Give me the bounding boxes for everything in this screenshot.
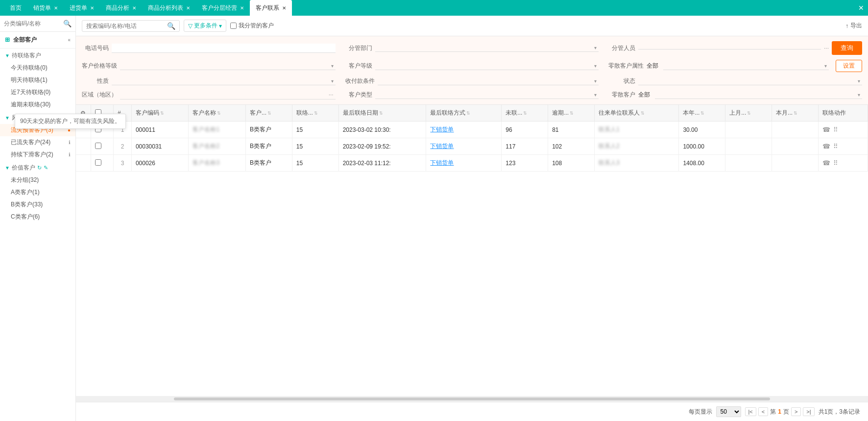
export-btn[interactable]: ↑ 导出 [845,22,862,30]
more-actions-icon[interactable]: ⠿ [833,159,838,167]
table-code-header[interactable]: 客户编码⇅ [131,105,189,122]
horizontal-scrollbar[interactable] [76,396,868,402]
search-icon[interactable]: 🔍 [167,22,175,30]
more-icon[interactable]: ··· [329,91,334,98]
close-icon[interactable]: ✕ [186,5,190,11]
sidebar-item-tomorrow-pending[interactable]: 明天待联络(1) [0,74,75,86]
info-icon[interactable]: ℹ [69,152,71,157]
sidebar-item-churned[interactable]: 已流失客户(24) ℹ [0,136,75,149]
close-icon[interactable]: ✕ [90,5,94,11]
table-overdue-header[interactable]: 逾期...⇅ [548,105,595,122]
row-last-contact-way[interactable]: 下销货单 [426,155,502,172]
next-page-btn[interactable]: > [791,407,801,416]
my-customers-checkbox[interactable] [230,23,237,29]
table-name-header[interactable]: 客户名称⇅ [189,105,246,122]
prev-page-btn[interactable]: < [758,407,768,416]
row-type: B类客户 [246,122,292,138]
receivable-attr-select[interactable]: ▾ [663,62,829,70]
row-settings[interactable] [76,155,91,172]
row-type: B类客户 [246,155,292,172]
table-last-contact-date-header[interactable]: 最后联络日期⇅ [338,105,426,122]
retail-select[interactable]: ▾ [655,91,862,99]
row-code: 000011 [131,122,189,138]
phone-input[interactable] [112,44,336,53]
gender-select[interactable]: ▾ [112,77,336,85]
per-page-select[interactable]: 50 20 100 [716,406,741,417]
sidebar-item-b-class[interactable]: B类客户(33) [0,198,75,211]
contact-icon[interactable]: ☎ [822,126,830,133]
price-level-select[interactable]: ▾ [120,62,336,70]
tab-customer-contact[interactable]: 客户联系 ✕ [250,0,292,16]
my-customers-checkbox-area: 我分管的客户 [230,22,274,30]
contact-icon[interactable]: ☎ [822,143,830,150]
tab-home[interactable]: 首页 [4,0,27,16]
chevron-down-icon: ▾ [858,92,860,98]
row-last-contact-way[interactable]: 下销货单 [426,122,502,138]
table-this-year-header[interactable]: 本年...⇅ [679,105,725,122]
tab-product-analysis-list[interactable]: 商品分析列表 ✕ [142,0,196,16]
table-this-month-header[interactable]: 本月...⇅ [772,105,819,122]
table-last-contact-way-header[interactable]: 最后联络方式⇅ [426,105,502,122]
table-last-month-header[interactable]: 上月...⇅ [725,105,772,122]
table-uncontacted-header[interactable]: 未联...⇅ [502,105,548,122]
search-button[interactable]: 查询 [832,41,862,55]
close-icon[interactable]: ✕ [282,5,286,11]
last-page-btn[interactable]: >| [803,407,814,416]
row-action: ☎ ⠿ [818,122,868,138]
sidebar-item-a-class[interactable]: A类客户(1) [0,186,75,198]
row-checkbox[interactable] [91,138,114,155]
staff-select[interactable] [638,47,821,50]
sidebar-pending-section[interactable]: ▼ 待联络客户 [0,49,75,62]
main-layout: 🔍 ⊞ 全部客户 « ▼ 待联络客户 今天待联络(0) 明天待联络(1) 近7天… [0,16,868,421]
filter-search-input[interactable] [86,23,167,29]
customer-type-select[interactable]: ▾ [375,91,599,99]
table-type-header[interactable]: 客户...⇅ [246,105,292,122]
region-select[interactable]: ··· [120,90,336,99]
tab-sales-order[interactable]: 销货单 ✕ [27,0,64,16]
customer-level-label: 客户等级 [345,62,372,70]
contact-icon[interactable]: ☎ [822,159,830,167]
scroll-thumb[interactable] [174,397,770,400]
collapse-icon[interactable]: « [68,37,71,43]
action-icons: ☎ ⠿ [822,143,864,150]
staff-label: 分管人员 [608,44,635,52]
status-select[interactable]: ▾ [638,77,862,85]
close-icon[interactable]: ✕ [54,5,58,11]
payment-select[interactable]: ▾ [378,77,599,85]
close-icon[interactable]: ✕ [240,5,244,11]
row-settings[interactable] [76,138,91,155]
tab-customer-segmentation[interactable]: 客户分层经营 ✕ [196,0,250,16]
more-actions-icon[interactable]: ⠿ [833,126,838,133]
info-icon[interactable]: ℹ [69,140,71,145]
sidebar-search-icon[interactable]: 🔍 [63,20,72,27]
row-code: 000026 [131,155,189,172]
sidebar-item-today-pending[interactable]: 今天待联络(0) [0,62,75,74]
filter-receivable-attr: 零散客户属性 全部 ▾ 设置 [608,60,862,72]
sidebar-item-c-class[interactable]: C类客户(6) [0,211,75,223]
close-icon[interactable]: ✕ [132,5,136,11]
sidebar-all-customers[interactable]: ⊞ 全部客户 « [0,32,75,49]
sidebar-item-overdue-pending[interactable]: 逾期未联络(30) [0,99,75,111]
sidebar-item-declining[interactable]: 持续下滑客户(2) ℹ [0,149,75,161]
sidebar-value-section[interactable]: ▼ 价值客户 ↻ ✎ [0,161,75,174]
customer-level-select[interactable]: ▾ [375,62,599,70]
row-checkbox[interactable] [91,155,114,172]
sidebar-item-7days-pending[interactable]: 近7天待联络(0) [0,86,75,99]
refresh-icon[interactable]: ↻ [37,165,42,171]
tab-product-analysis[interactable]: 商品分析 ✕ [100,0,142,16]
first-page-btn[interactable]: |< [745,407,756,416]
table-unit-contact-header[interactable]: 往来单位联系人⇅ [594,105,678,122]
tab-purchase-order[interactable]: 进货单 ✕ [64,0,100,16]
settings-button[interactable]: 设置 [836,60,862,72]
sidebar-item-ungrouped[interactable]: 未分组(32) [0,174,75,186]
sidebar-search-input[interactable] [4,20,61,27]
edit-icon[interactable]: ✎ [44,165,48,171]
more-icon[interactable]: ··· [824,45,829,51]
row-last-contact-way[interactable]: 下销货单 [426,138,502,155]
close-all-icon[interactable]: ✕ [858,4,864,12]
dept-select[interactable]: ▾ [375,44,599,52]
more-actions-icon[interactable]: ⠿ [833,143,838,150]
table-contact-header[interactable]: 联络...⇅ [292,105,338,122]
more-conditions-btn[interactable]: ▽ 更多条件 ▾ [184,20,226,32]
sidebar: 🔍 ⊞ 全部客户 « ▼ 待联络客户 今天待联络(0) 明天待联络(1) 近7天… [0,16,76,421]
